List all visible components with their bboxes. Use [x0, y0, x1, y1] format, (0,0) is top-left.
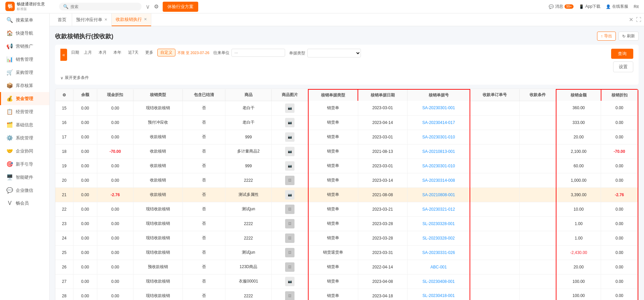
bill-no-link[interactable]: ABC-001	[430, 265, 447, 269]
bill-type-select[interactable]	[307, 49, 361, 57]
date-option-custom[interactable]: 自定义	[157, 49, 175, 56]
bill-no-link[interactable]: SA-20210813-001	[422, 149, 455, 154]
tab-prepay[interactable]: 预付冲应付单 ✕	[72, 13, 112, 26]
bill-no-link[interactable]: SL-20230418-001	[423, 293, 455, 298]
cell-bill-type: 销货单	[308, 159, 358, 173]
cell-id: 28	[55, 289, 73, 300]
notification-item[interactable]: 💬 消息 99+	[549, 4, 574, 9]
partner-input[interactable]	[231, 49, 285, 57]
sidebar-item-marketing[interactable]: 📢 营销推广	[0, 40, 49, 53]
export-button[interactable]: ↑ 导出	[597, 32, 616, 41]
th-settings[interactable]: ⚙	[55, 89, 73, 101]
sidebar-item-collab[interactable]: 🤝 企业协同	[0, 144, 49, 158]
product-image: 🖼	[285, 233, 294, 243]
bill-no-link[interactable]: SA-20230331-026	[422, 250, 455, 255]
cell-discount: -70.00	[601, 144, 638, 159]
cell-type: 收款核销	[133, 159, 182, 173]
sidebar-item-nav[interactable]: 🏠 快捷导航	[0, 27, 49, 40]
date-option-last-month[interactable]: 上月	[81, 49, 95, 56]
table-row: 28 0.00 0.00 现结收款核销 否 2222 🖼 销货单 2023-04…	[55, 289, 638, 300]
expand-more-row[interactable]: ∨ 展开更多条件	[60, 75, 633, 81]
cell-balance: 0.00	[73, 144, 97, 159]
sidebar-item-finance[interactable]: 💰 资金管理	[0, 92, 49, 105]
table-row: 22 0.00 0.00 现结收款核销 否 测试jun 🖼 销货单 2023-0…	[55, 202, 638, 216]
solution-button[interactable]: 休验行业方案	[163, 2, 198, 12]
guide-icon: 🎯	[6, 161, 13, 167]
cell-condition	[520, 260, 556, 274]
cell-product-img: 🖼	[272, 231, 308, 245]
query-button[interactable]: 查询	[611, 49, 633, 59]
expand-down-icon: ∨	[60, 76, 63, 80]
table-row: 19 0.00 0.00 收款核销 否 999 📷 销货单 2023-03-01…	[55, 159, 638, 173]
bill-no-link[interactable]: SL-20230408-001	[423, 279, 455, 284]
tab-writeoff-close-icon[interactable]: ✕	[144, 17, 147, 22]
date-option-this-year[interactable]: 本年	[111, 49, 124, 56]
th-discount: 核销折扣	[601, 89, 638, 101]
sidebar-item-wechat[interactable]: 💬 企业微信	[0, 184, 49, 197]
tab-bar: 首页 预付冲应付单 ✕ 收款核销执行 ✕ ✕ ⛶	[50, 13, 644, 26]
refresh-button[interactable]: ↻ 刷新	[619, 32, 639, 41]
collapse-button[interactable]: «	[60, 49, 67, 61]
cell-included: 否	[182, 130, 225, 144]
cell-included: 否	[182, 216, 225, 231]
bill-no-link[interactable]: SA-20230301-010	[422, 164, 455, 168]
cell-id: 16	[55, 115, 73, 130]
bill-no-link[interactable]: SA-20230301-001	[422, 105, 455, 110]
cell-condition	[520, 245, 556, 260]
dropdown-chevron-icon[interactable]: ∨	[146, 3, 150, 10]
bill-no-link[interactable]: SA-20230414-017	[422, 120, 455, 125]
sidebar-item-operations[interactable]: 📋 经营管理	[0, 105, 49, 118]
product-image: 📷	[285, 161, 294, 171]
tab-fullscreen-icon[interactable]: ⛶	[636, 17, 641, 23]
bill-no-link[interactable]: SL-20230328-001	[423, 221, 455, 226]
cell-amount: 60.00	[556, 159, 601, 173]
th-product-img: 商品图片	[272, 89, 308, 101]
sidebar-item-system[interactable]: ⚙️ 系统管理	[0, 131, 49, 144]
cell-amount: 100.00	[556, 274, 601, 289]
sidebar-item-basic[interactable]: 🗂️ 基础信息	[0, 118, 49, 131]
cell-included: 否	[182, 187, 225, 202]
date-option-7days[interactable]: 近7天	[125, 49, 141, 56]
cell-product: 2222	[225, 289, 272, 300]
tab-prepay-close-icon[interactable]: ✕	[104, 17, 107, 22]
page-content: 收款核销执行(按收款) ↑ 导出 ↻ 刷新 «	[50, 26, 644, 300]
bill-no-link[interactable]: SA-20230301-010	[422, 135, 455, 139]
bill-no-link[interactable]: SA-20230314-008	[422, 178, 455, 183]
setting-button[interactable]: 设置	[613, 61, 633, 72]
cell-product-img: 🖼	[272, 289, 308, 300]
tab-writeoff[interactable]: 收款核销执行 ✕	[112, 13, 151, 26]
online-service-item[interactable]: 👤 在线客服	[606, 4, 628, 9]
cell-product: 测试jun	[225, 202, 272, 216]
sales-icon: 📊	[6, 56, 13, 62]
sidebar-item-purchase[interactable]: 🛒 采购管理	[0, 66, 49, 79]
member-icon: V	[6, 200, 13, 206]
cell-order-no	[470, 159, 519, 173]
search-bar[interactable]: 🔍	[59, 3, 142, 10]
bill-no-link[interactable]: SL-20230328-002	[423, 236, 455, 241]
hardware-icon: 🖥️	[6, 174, 13, 180]
date-option-this-month[interactable]: 本月	[96, 49, 109, 56]
sidebar-item-guide[interactable]: 🎯 新手引导	[0, 158, 49, 171]
product-image: 📷	[285, 103, 294, 113]
cell-bill-type: 销货单	[308, 144, 358, 159]
user-item[interactable]: Rit	[634, 4, 639, 9]
sidebar-item-member[interactable]: V 畅会员	[0, 197, 49, 210]
date-option-more[interactable]: 更多	[143, 49, 156, 56]
bill-no-link[interactable]: SA-20210808-001	[422, 192, 455, 197]
product-image: 📷	[285, 190, 294, 200]
cell-amount: 20.00	[556, 130, 601, 144]
sidebar-item-inventory[interactable]: 📦 库存核算	[0, 79, 49, 92]
search-input[interactable]	[70, 4, 138, 9]
cell-order-no	[470, 216, 519, 231]
sidebar-item-search[interactable]: 🔍 搜索菜单	[0, 13, 49, 27]
gear-icon[interactable]: ⚙	[154, 3, 159, 10]
cell-condition	[520, 101, 556, 115]
bill-no-link[interactable]: SA-20230321-012	[422, 207, 455, 212]
app-download-item[interactable]: 📱 App下载	[579, 4, 600, 9]
tab-home[interactable]: 首页	[52, 13, 72, 26]
sidebar-item-sales[interactable]: 📊 销售管理	[0, 53, 49, 66]
tab-close-all-icon[interactable]: ✕	[629, 16, 633, 23]
th-bill-no: 核销单据号	[407, 89, 470, 101]
sidebar-item-hardware[interactable]: 🖥️ 智能硬件	[0, 171, 49, 184]
cell-cash-discount: 0.00	[97, 216, 133, 231]
